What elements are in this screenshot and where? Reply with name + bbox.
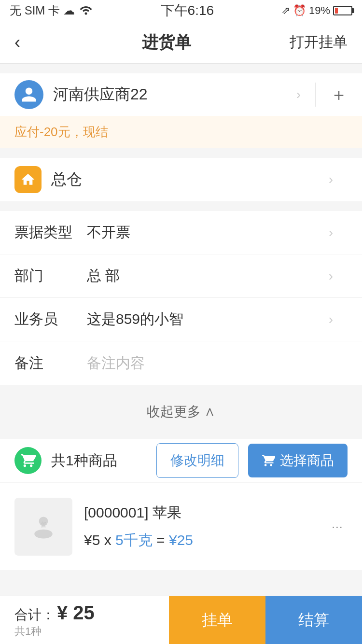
divider xyxy=(315,83,316,107)
notice-text: 应付-20元，现结 xyxy=(14,125,108,139)
notice-bar: 应付-20元，现结 xyxy=(0,116,362,148)
product-thumbnail: 督 xyxy=(14,498,72,556)
dept-value: 总 部 xyxy=(87,266,329,286)
supplier-section: 河南供应商22 › ＋ xyxy=(0,73,362,116)
alarm-icon: ⏰ xyxy=(293,4,306,17)
battery-icon xyxy=(333,6,352,15)
warehouse-row[interactable]: 总仓 › xyxy=(0,158,362,201)
invoice-label: 票据类型 xyxy=(14,223,77,242)
chevron-right-icon: › xyxy=(329,312,333,327)
nav-bar: ‹ 进货单 打开挂单 xyxy=(0,21,362,64)
product-price: ¥5 x 5千克 = ¥25 xyxy=(84,531,315,550)
product-icon xyxy=(14,447,42,474)
status-time: 下午6:16 xyxy=(161,1,214,20)
settle-button[interactable]: 结算 xyxy=(265,596,362,644)
back-button[interactable]: ‹ xyxy=(14,32,43,53)
price-total: ¥25 xyxy=(169,532,193,548)
cart-icon xyxy=(20,453,36,468)
total-label: 合计： xyxy=(14,606,55,624)
product-name: [0000001] 苹果 xyxy=(84,503,315,523)
hang-button[interactable]: 挂单 xyxy=(169,596,265,644)
location-icon: ⇗ xyxy=(281,4,290,17)
select-icon xyxy=(262,454,275,467)
salesman-value: 这是859的小智 xyxy=(87,309,329,329)
chevron-right-icon: › xyxy=(329,268,333,284)
salesman-label: 业务员 xyxy=(14,309,77,329)
page-title: 进货单 xyxy=(142,31,191,54)
product-placeholder-icon: 督 xyxy=(29,512,58,541)
dept-label: 部门 xyxy=(14,266,77,286)
price-base: ¥5 xyxy=(84,532,100,548)
remark-row[interactable]: 备注 备注内容 xyxy=(0,341,362,385)
price-qty: 5千克 xyxy=(115,532,153,548)
svg-text:督: 督 xyxy=(41,521,47,528)
warehouse-name: 总仓 xyxy=(51,169,329,190)
invoice-value: 不开票 xyxy=(87,223,329,242)
sim-label: 无 SIM 卡 ☁ xyxy=(10,3,75,18)
edit-detail-button[interactable]: 修改明细 xyxy=(156,443,238,478)
price-separator: x xyxy=(104,532,115,548)
salesman-row[interactable]: 业务员 这是859的小智 › xyxy=(0,298,362,341)
product-header: 共1种商品 修改明细 选择商品 xyxy=(0,439,362,482)
remark-input[interactable]: 备注内容 xyxy=(87,353,348,373)
product-card: 督 [0000001] 苹果 ¥5 x 5千克 = ¥25 ··· xyxy=(0,483,362,570)
warehouse-icon xyxy=(14,166,42,193)
product-code: [0000001] xyxy=(84,504,148,520)
svg-point-2 xyxy=(34,530,53,539)
person-icon xyxy=(20,86,38,103)
total-section: 合计： ¥ 25 共1种 xyxy=(0,596,169,644)
chevron-right-icon: › xyxy=(329,172,333,187)
remark-label: 备注 xyxy=(14,353,77,373)
product-title: 苹果 xyxy=(153,504,181,520)
price-equals: = xyxy=(156,532,169,548)
supplier-avatar xyxy=(14,80,43,109)
home-icon xyxy=(20,172,36,187)
wifi-icon xyxy=(79,3,93,18)
open-hang-button[interactable]: 打开挂单 xyxy=(290,32,348,52)
total-amount: ¥ 25 xyxy=(57,602,95,624)
more-options-button[interactable]: ··· xyxy=(327,514,348,539)
section-gap-1 xyxy=(0,64,362,73)
select-product-button[interactable]: 选择商品 xyxy=(248,444,348,477)
form-section: 票据类型 不开票 › 部门 总 部 › 业务员 这是859的小智 › 备注 备注… xyxy=(0,211,362,385)
invoice-row[interactable]: 票据类型 不开票 › xyxy=(0,211,362,254)
collapse-bar[interactable]: 收起更多 ∧ xyxy=(0,394,362,429)
supplier-name[interactable]: 河南供应商22 xyxy=(53,84,296,105)
chevron-right-icon: › xyxy=(329,225,333,240)
status-left: 无 SIM 卡 ☁ xyxy=(10,3,93,18)
collapse-text: 收起更多 ∧ xyxy=(147,403,216,421)
battery-percent: 19% xyxy=(309,4,330,17)
dept-row[interactable]: 部门 总 部 › xyxy=(0,254,362,298)
total-count: 共1种 xyxy=(14,624,154,639)
add-supplier-button[interactable]: ＋ xyxy=(330,83,348,107)
chevron-right-icon: › xyxy=(296,87,301,102)
svg-point-0 xyxy=(84,13,87,15)
product-info: [0000001] 苹果 ¥5 x 5千克 = ¥25 xyxy=(84,503,315,550)
status-right: ⇗ ⏰ 19% xyxy=(281,4,352,17)
product-count-label: 共1种商品 xyxy=(51,451,147,471)
status-bar: 无 SIM 卡 ☁ 下午6:16 ⇗ ⏰ 19% xyxy=(0,0,362,21)
warehouse-section: 总仓 › xyxy=(0,158,362,201)
select-product-label: 选择商品 xyxy=(280,451,334,470)
bottom-bar: 合计： ¥ 25 共1种 挂单 结算 xyxy=(0,596,362,644)
